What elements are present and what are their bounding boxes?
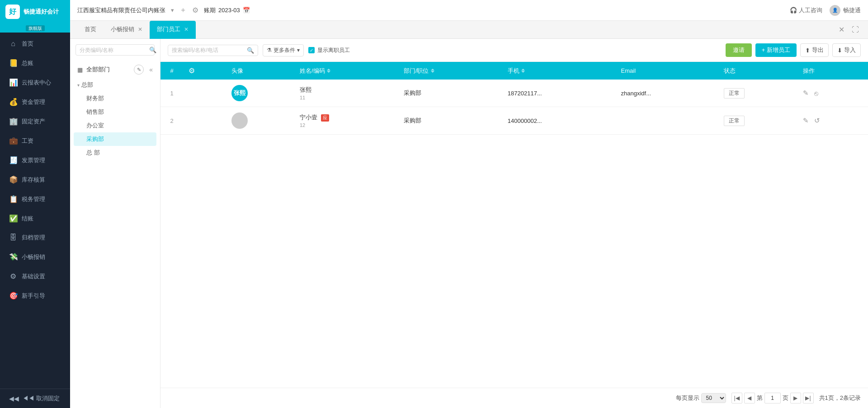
show-inactive-toggle[interactable]: ✓ 显示离职员工: [308, 47, 350, 54]
archive-icon: 🗄: [9, 234, 17, 242]
filter-button[interactable]: ⚗ 更多条件 ▾: [263, 44, 304, 56]
employee-search-box[interactable]: 🔍: [168, 45, 258, 56]
sidebar-item-invoices[interactable]: 🧾 发票管理: [0, 150, 70, 170]
tab-expense-close-icon[interactable]: ✕: [138, 26, 142, 33]
dept-all-label: 全部部门: [86, 66, 110, 74]
page-size-input[interactable]: 20 50 100: [701, 393, 726, 403]
th-avatar: 头像: [226, 62, 294, 80]
tab-employees-close-icon[interactable]: ✕: [184, 26, 189, 33]
sidebar-item-ledger[interactable]: 📒 总账: [0, 53, 70, 73]
table-setting-icon[interactable]: ⚙: [189, 67, 195, 75]
dept-search-icon[interactable]: 🔍: [149, 47, 156, 53]
unpin-label: ◀◀ 取消固定: [23, 394, 60, 403]
avatar: [231, 113, 248, 129]
beta-badge: 旗舰版: [0, 23, 70, 33]
next-page-button[interactable]: ▶: [790, 393, 801, 403]
import-button[interactable]: ⬇ 导入: [832, 43, 861, 57]
first-page-button[interactable]: |◀: [731, 393, 742, 403]
filter-icon: ⚗: [267, 47, 272, 53]
dept-search-input[interactable]: [80, 47, 147, 53]
sidebar-item-home[interactable]: ⌂ 首页: [0, 34, 70, 53]
table-row: 2 宁小壹 应 12 采购部 140000002... 正常 ✎ ↺: [160, 107, 868, 135]
export-icon: ⬆: [805, 47, 810, 54]
dept-all-item[interactable]: ▦ 全部部门 ✎ «: [70, 61, 160, 78]
edit-icon[interactable]: ✎: [803, 89, 809, 97]
th-name-code[interactable]: 姓名/编码: [294, 62, 398, 80]
th-actions: 操作: [797, 62, 868, 80]
show-inactive-checkbox[interactable]: ✓: [308, 47, 315, 53]
dept-search-box[interactable]: 🔍: [75, 44, 155, 56]
sidebar-item-reports[interactable]: 📊 云报表中心: [0, 73, 70, 92]
dept-parent-general[interactable]: ▾ 总部: [74, 78, 156, 92]
cell-setting: [183, 107, 226, 135]
dept-edit-button[interactable]: ✎: [134, 65, 144, 75]
assets-icon: 🏢: [9, 117, 17, 126]
dept-collapse-icon[interactable]: «: [149, 66, 153, 73]
edit-icon[interactable]: ✎: [803, 117, 809, 125]
home-icon: ⌂: [9, 40, 17, 48]
dept-child-hq[interactable]: 总 部: [74, 146, 156, 159]
last-page-button[interactable]: ▶|: [803, 393, 814, 403]
action-icons: ✎ ⎋: [803, 89, 863, 97]
employee-search-input[interactable]: [172, 47, 245, 53]
company-name: 江西服宝精品有限责任公司内账张: [77, 6, 165, 14]
cell-actions: ✎ ⎋: [797, 80, 868, 107]
search-icon[interactable]: 🔍: [247, 47, 254, 54]
th-dept-role[interactable]: 部门/职位: [398, 62, 502, 80]
content-area: 🔍 ▦ 全部部门 ✎ « ▾ 总部 财务部 销售部: [70, 39, 868, 408]
dept-child-office[interactable]: 办公室: [74, 119, 156, 132]
dept-sort-icon: [431, 69, 434, 73]
tab-home[interactable]: 首页: [77, 21, 104, 39]
th-setting[interactable]: ⚙: [183, 62, 226, 80]
cell-avatar: 张熙: [226, 80, 294, 107]
export-button[interactable]: ⬆ 导出: [800, 43, 829, 57]
add-company-icon[interactable]: ＋: [179, 5, 187, 15]
th-status: 状态: [718, 62, 798, 80]
expense-icon: 💸: [9, 253, 17, 261]
prev-page-button[interactable]: ◀: [744, 393, 755, 403]
maximize-tab-button[interactable]: ⛶: [850, 24, 861, 36]
sidebar-item-payroll[interactable]: 💼 工资: [0, 131, 70, 150]
company-setting-icon[interactable]: ⚙: [192, 6, 198, 14]
dept-grid-icon: ▦: [77, 66, 83, 73]
delete-icon[interactable]: ↺: [814, 117, 820, 125]
funds-icon: 💰: [9, 98, 17, 106]
dept-child-purchase[interactable]: 采购部: [74, 132, 156, 146]
add-employee-button[interactable]: + 新增员工: [755, 43, 797, 57]
logout-icon[interactable]: ⎋: [814, 89, 818, 97]
page-number-input[interactable]: [764, 393, 781, 403]
company-dropdown-icon[interactable]: ▾: [171, 7, 174, 14]
app-logo: 好 畅捷通好会计: [0, 0, 70, 23]
sidebar-item-archive[interactable]: 🗄 归档管理: [0, 228, 70, 247]
sidebar-item-expense[interactable]: 💸 小畅报销: [0, 247, 70, 267]
sidebar-item-tax[interactable]: 📋 税务管理: [0, 189, 70, 209]
user-menu[interactable]: 👤 畅捷通: [830, 5, 861, 16]
pagination: |◀ ◀ 第 页 ▶ ▶|: [731, 393, 814, 403]
employee-panel: 🔍 ⚗ 更多条件 ▾ ✓ 显示离职员工 邀请 + 新增员工 ⬆ 导出: [160, 39, 868, 408]
calendar-icon[interactable]: 📅: [243, 7, 250, 14]
sidebar-item-funds[interactable]: 💰 资金管理: [0, 92, 70, 112]
cell-avatar: [226, 107, 294, 135]
dept-child-sales[interactable]: 销售部: [74, 105, 156, 119]
service-button[interactable]: 🎧 人工咨询: [790, 6, 822, 14]
tab-employees[interactable]: 部门员工 ✕: [150, 21, 196, 39]
filter-chevron-icon: ▾: [297, 47, 300, 53]
dept-expand-icon: ▾: [77, 83, 80, 88]
dept-child-finance[interactable]: 财务部: [74, 92, 156, 105]
sidebar-item-checkout[interactable]: ✅ 结账: [0, 209, 70, 228]
cell-name-code: 宁小壹 应 12: [294, 107, 398, 135]
th-mobile[interactable]: 手机: [502, 62, 616, 80]
sidebar-item-settings[interactable]: ⚙ 基础设置: [0, 267, 70, 286]
sidebar-item-guide[interactable]: 🎯 新手引导: [0, 286, 70, 305]
top-header: 江西服宝精品有限责任公司内账张 ▾ ＋ ⚙ 账期 2023-03 📅 🎧 人工咨…: [70, 0, 868, 21]
sidebar-item-inventory[interactable]: 📦 库存核算: [0, 170, 70, 189]
sidebar-item-assets[interactable]: 🏢 固定资产: [0, 112, 70, 131]
sidebar-pin-toggle[interactable]: ◀◀ ◀◀ 取消固定: [0, 389, 70, 408]
logo-icon: 好: [5, 5, 20, 19]
logo-text: 畅捷通好会计: [24, 8, 59, 16]
close-tab-button[interactable]: ✕: [837, 23, 846, 36]
cell-status: 正常: [718, 107, 798, 135]
tab-expense[interactable]: 小畅报销 ✕: [104, 21, 150, 39]
page-size-selector: 每页显示 20 50 100: [676, 393, 726, 403]
invite-button[interactable]: 邀请: [726, 43, 752, 57]
